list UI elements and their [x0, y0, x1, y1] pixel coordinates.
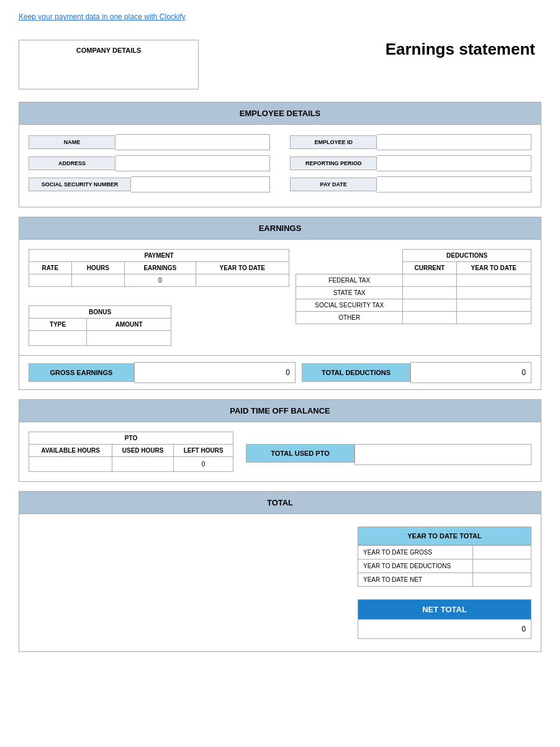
state-tax-current[interactable] — [403, 287, 456, 299]
other-label: OTHER — [296, 312, 403, 324]
total-deductions-value[interactable]: 0 — [410, 362, 531, 383]
net-total-header: NET TOTAL — [358, 599, 531, 620]
other-ytd[interactable] — [456, 312, 531, 324]
ssn-label: SOCIAL SECURITY NUMBER — [29, 178, 131, 191]
pto-row: 0 — [29, 457, 233, 472]
payment-row: 0 — [29, 274, 289, 287]
gross-earnings-value[interactable]: 0 — [134, 362, 296, 383]
rate-col-header: RATE — [29, 262, 72, 274]
earnings-left: PAYMENT RATE HOURS EARNINGS YEAR TO DATE… — [29, 249, 289, 346]
ytd-deductions-row: YEAR TO DATE DEDUCTIONS — [358, 559, 531, 573]
ytd-col-header: YEAR TO DATE — [196, 262, 289, 274]
earnings-col-header: EARNINGS — [125, 262, 196, 274]
total-deductions-label: TOTAL DEDUCTIONS — [302, 363, 410, 382]
ytd-net-row: YEAR TO DATE NET — [358, 573, 531, 587]
bonus-amount-cell[interactable] — [87, 331, 171, 346]
ytd-gross-label: YEAR TO DATE GROSS — [358, 546, 473, 559]
pto-table-header: PTO — [29, 432, 233, 445]
bonus-section: BONUS TYPE AMOUNT — [29, 306, 289, 346]
deductions-ytd-header: YEAR TO DATE — [456, 262, 531, 274]
state-tax-label: STATE TAX — [296, 287, 403, 299]
pay-date-field-row: PAY DATE — [290, 176, 531, 192]
bonus-type-cell[interactable] — [29, 331, 87, 346]
earnings-content: PAYMENT RATE HOURS EARNINGS YEAR TO DATE… — [19, 240, 541, 356]
gross-earnings-label: GROSS EARNINGS — [29, 363, 134, 382]
left-hours-cell[interactable]: 0 — [174, 457, 233, 472]
ssn-field-row: SOCIAL SECURITY NUMBER — [29, 176, 270, 192]
deductions-current-header: CURRENT — [403, 262, 456, 274]
left-hours-header: LEFT HOURS — [174, 445, 233, 457]
total-deductions-wrapper: TOTAL DEDUCTIONS 0 — [302, 362, 531, 383]
total-header: TOTAL — [19, 491, 541, 514]
earnings-section: EARNINGS PAYMENT RATE HOURS EARNINGS YEA… — [19, 217, 541, 390]
ytd-table: YEAR TO DATE GROSS YEAR TO DATE DEDUCTIO… — [358, 545, 531, 587]
bonus-table-header: BONUS — [29, 306, 171, 319]
social-security-label: SOCIAL SECURITY TAX — [296, 299, 403, 312]
pay-date-value[interactable] — [377, 176, 531, 192]
name-value[interactable] — [115, 134, 270, 150]
ytd-gross-value[interactable] — [473, 546, 531, 559]
pay-date-label: PAY DATE — [290, 178, 377, 191]
company-details-label: COMPANY DETAILS — [76, 47, 142, 54]
pto-left: PTO AVAILABLE HOURS USED HOURS LEFT HOUR… — [29, 432, 233, 472]
pto-right: TOTAL USED PTO — [246, 432, 531, 465]
bonus-table: BONUS TYPE AMOUNT — [29, 306, 171, 346]
bonus-type-header: TYPE — [29, 319, 87, 331]
address-value[interactable] — [115, 155, 270, 171]
total-used-pto-value[interactable] — [355, 444, 531, 465]
rate-cell[interactable] — [29, 274, 72, 287]
ytd-gross-row: YEAR TO DATE GROSS — [358, 546, 531, 559]
state-tax-row: STATE TAX — [296, 287, 531, 299]
payment-table-header: PAYMENT — [29, 250, 289, 262]
earnings-cell[interactable]: 0 — [125, 274, 196, 287]
ytd-cell[interactable] — [196, 274, 289, 287]
pto-content: PTO AVAILABLE HOURS USED HOURS LEFT HOUR… — [19, 422, 541, 482]
earnings-right: DEDUCTIONS CURRENT YEAR TO DATE FEDERAL … — [296, 249, 531, 346]
bonus-amount-header: AMOUNT — [87, 319, 171, 331]
employee-details-header: EMPLOYEE DETAILS — [19, 102, 541, 125]
employee-id-field-row: EMPLOYEE ID — [290, 134, 531, 150]
deductions-table: DEDUCTIONS CURRENT YEAR TO DATE FEDERAL … — [296, 249, 531, 324]
totals-row: GROSS EARNINGS 0 TOTAL DEDUCTIONS 0 — [19, 356, 541, 390]
social-security-current[interactable] — [403, 299, 456, 312]
available-hours-cell[interactable] — [29, 457, 112, 472]
federal-tax-row: FEDERAL TAX — [296, 274, 531, 287]
address-field-row: ADDRESS — [29, 155, 270, 171]
company-box: COMPANY DETAILS — [19, 40, 199, 89]
federal-tax-ytd[interactable] — [456, 274, 531, 287]
used-hours-header: USED HOURS — [112, 445, 174, 457]
earnings-statement-title: Earnings statement — [386, 40, 541, 59]
other-current[interactable] — [403, 312, 456, 324]
hours-cell[interactable] — [71, 274, 124, 287]
gross-earnings-wrapper: GROSS EARNINGS 0 — [29, 362, 296, 383]
pto-table: PTO AVAILABLE HOURS USED HOURS LEFT HOUR… — [29, 432, 233, 472]
pto-header: PAID TIME OFF BALANCE — [19, 399, 541, 422]
state-tax-ytd[interactable] — [456, 287, 531, 299]
employee-left-col: NAME ADDRESS SOCIAL SECURITY NUMBER — [29, 134, 270, 197]
name-label: NAME — [29, 135, 115, 149]
net-total-wrapper: NET TOTAL 0 — [358, 599, 531, 639]
employee-right-col: EMPLOYEE ID REPORTING PERIOD PAY DATE — [290, 134, 531, 197]
used-hours-cell[interactable] — [112, 457, 174, 472]
employee-details-body: NAME ADDRESS SOCIAL SECURITY NUMBER EMPL… — [19, 125, 541, 207]
employee-id-value[interactable] — [377, 134, 531, 150]
reporting-period-value[interactable] — [377, 155, 531, 171]
federal-tax-current[interactable] — [403, 274, 456, 287]
ytd-deductions-label: YEAR TO DATE DEDUCTIONS — [358, 559, 473, 573]
available-hours-header: AVAILABLE HOURS — [29, 445, 112, 457]
ytd-table-wrapper: YEAR TO DATE TOTAL YEAR TO DATE GROSS YE… — [358, 527, 531, 587]
ssn-value[interactable] — [131, 176, 270, 192]
deductions-table-header: DEDUCTIONS — [403, 250, 531, 262]
ytd-deductions-value[interactable] — [473, 559, 531, 573]
bonus-row — [29, 331, 171, 346]
reporting-period-label: REPORTING PERIOD — [290, 156, 377, 170]
name-field-row: NAME — [29, 134, 270, 150]
hours-col-header: HOURS — [71, 262, 124, 274]
social-security-ytd[interactable] — [456, 299, 531, 312]
net-total-value[interactable]: 0 — [358, 620, 531, 639]
federal-tax-label: FEDERAL TAX — [296, 274, 403, 287]
reporting-period-field-row: REPORTING PERIOD — [290, 155, 531, 171]
total-used-pto-label: TOTAL USED PTO — [246, 444, 355, 463]
ytd-net-value[interactable] — [473, 573, 531, 587]
clockify-link[interactable]: Keep your payment data in one place with… — [19, 12, 186, 21]
